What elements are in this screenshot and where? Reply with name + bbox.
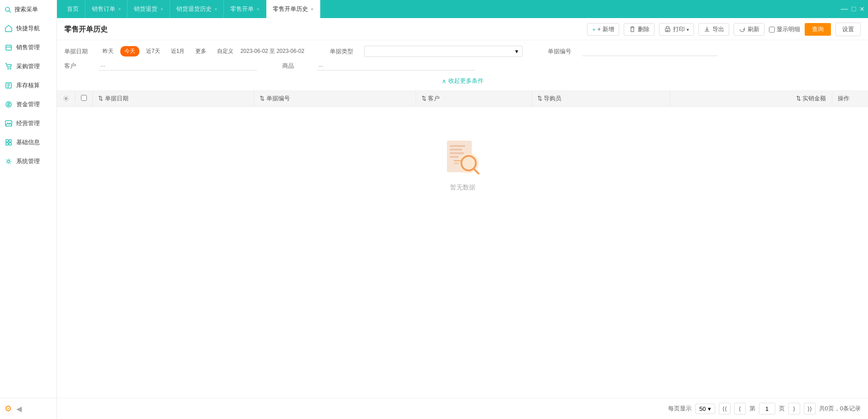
th-customer[interactable]: ⇅ 客户: [416, 91, 531, 107]
home-icon: [5, 24, 13, 33]
th-date[interactable]: ⇅ 单据日期: [93, 91, 254, 107]
tab-retail-open-history[interactable]: 零售开单历史 ×: [266, 0, 320, 18]
th-amount-label: ⇅ 实销金额: [796, 94, 826, 103]
sidebar-item-label: 采购管理: [16, 62, 40, 71]
sidebar-item-operations[interactable]: 经营管理: [0, 114, 57, 133]
last-page-icon: ⟩⟩: [807, 405, 812, 412]
svg-point-12: [8, 160, 10, 163]
main-area: 首页 销售订单 × 销货退货 × 销货退货历史 × 零售开单 × 零售开单历史 …: [57, 0, 868, 419]
date-btn-yesterday[interactable]: 昨天: [99, 46, 118, 56]
tab-sales-order-close[interactable]: ×: [118, 6, 121, 12]
tab-home[interactable]: 首页: [61, 0, 85, 18]
goods-filter-input[interactable]: [318, 62, 473, 69]
purchase-icon: [5, 62, 13, 71]
select-all-checkbox[interactable]: [81, 95, 87, 101]
th-guide[interactable]: ⇅ 导购员: [531, 91, 670, 107]
customer-filter-label: 客户: [64, 62, 91, 70]
th-operation: 操作: [832, 91, 868, 107]
print-dropdown-icon: ▾: [687, 27, 689, 32]
sidebar-item-purchase-mgmt[interactable]: 采购管理: [0, 57, 57, 76]
th-operation-label: 操作: [838, 95, 849, 102]
sidebar-item-system-mgmt[interactable]: 系统管理: [0, 152, 57, 171]
finance-icon: [5, 100, 13, 108]
svg-point-0: [5, 7, 9, 11]
display-detail-checkbox[interactable]: [769, 27, 775, 33]
date-btn-today[interactable]: 今天: [120, 46, 139, 56]
sidebar-item-label: 销售管理: [16, 43, 40, 52]
date-btn-1month[interactable]: 近1月: [167, 46, 189, 56]
customer-filter-input[interactable]: [100, 62, 255, 69]
maximize-btn[interactable]: □: [852, 5, 856, 13]
type-filter-label: 单据类型: [330, 47, 357, 56]
settings-bottom-icon[interactable]: ⚙: [5, 404, 12, 414]
sidebar-item-quick-nav[interactable]: 快捷导航: [0, 19, 57, 38]
empty-illustration: [438, 134, 488, 184]
tab-retail-open-history-close[interactable]: ×: [311, 6, 313, 12]
system-icon: [5, 157, 13, 165]
page-title: 零售开单历史: [64, 25, 108, 34]
tab-retail-open-close[interactable]: ×: [256, 6, 259, 12]
empty-text: 暂无数据: [450, 184, 475, 192]
sidebar-item-label: 基础信息: [16, 138, 40, 146]
collapse-sidebar-icon[interactable]: ◀: [16, 405, 22, 413]
tab-retail-open-history-label: 零售开单历史: [273, 5, 308, 13]
sidebar-search[interactable]: 搜索采单: [0, 0, 57, 19]
tab-sales-order[interactable]: 销售订单 ×: [85, 0, 128, 18]
svg-line-1: [9, 11, 11, 13]
per-page-select[interactable]: 50 ▾: [695, 404, 715, 414]
page-header: 零售开单历史 + + 新增 删除: [57, 18, 868, 40]
sidebar-item-label: 快捷导航: [16, 24, 40, 33]
date-btn-7days[interactable]: 近7天: [142, 46, 164, 56]
sidebar-item-sales-mgmt[interactable]: 销售管理: [0, 38, 57, 57]
sidebar-item-basic-info[interactable]: 基础信息: [0, 133, 57, 152]
svg-rect-16: [450, 145, 465, 147]
tab-retail-open-label: 零售开单: [230, 5, 254, 13]
tabs-bar: 首页 销售订单 × 销货退货 × 销货退货历史 × 零售开单 × 零售开单历史 …: [57, 0, 868, 18]
number-filter-input[interactable]: [584, 48, 716, 55]
table-container: ⇅ 单据日期 ⇅ 单据编号 ⇅ 客户: [57, 91, 868, 398]
goods-filter-input-container[interactable]: [317, 61, 475, 71]
close-btn[interactable]: ×: [859, 5, 864, 14]
table-settings-icon[interactable]: [62, 95, 70, 102]
add-button[interactable]: + + 新增: [587, 23, 619, 36]
number-filter-input-container[interactable]: [582, 47, 718, 56]
tab-sales-return-close[interactable]: ×: [160, 6, 163, 12]
collapse-button[interactable]: ∧ 收起更多条件: [440, 75, 485, 87]
type-filter-select[interactable]: ▾: [364, 46, 522, 57]
query-button[interactable]: 查询: [805, 23, 831, 36]
th-amount[interactable]: ⇅ 实销金额: [670, 91, 832, 107]
prev-page-btn[interactable]: ⟨: [734, 403, 746, 414]
date-btn-more[interactable]: 更多: [191, 46, 210, 56]
th-settings[interactable]: [57, 91, 76, 107]
tab-retail-open[interactable]: 零售开单 ×: [224, 0, 266, 18]
display-detail-toggle[interactable]: 显示明细: [769, 25, 800, 33]
th-number[interactable]: ⇅ 单据编号: [254, 91, 416, 107]
tab-sales-return-history-close[interactable]: ×: [214, 6, 217, 12]
sidebar-item-finance[interactable]: 资金管理: [0, 95, 57, 114]
date-btn-custom[interactable]: 自定义: [213, 46, 237, 56]
refresh-icon: [739, 26, 746, 33]
svg-rect-11: [9, 143, 11, 145]
first-page-btn[interactable]: ⟨⟨: [719, 403, 730, 414]
last-page-btn[interactable]: ⟩⟩: [804, 403, 816, 414]
number-filter-label: 单据编号: [548, 47, 575, 56]
svg-rect-8: [6, 140, 8, 142]
settings-button[interactable]: 设置: [835, 23, 861, 36]
tab-home-label: 首页: [67, 5, 79, 13]
sidebar: 搜索采单 快捷导航 销售管理 采购管理: [0, 0, 57, 419]
print-icon: [664, 26, 671, 33]
customer-filter-input-container[interactable]: [99, 61, 257, 71]
th-guide-label: ⇅ 导购员: [537, 94, 562, 103]
page-number-input[interactable]: [759, 403, 775, 414]
tab-sales-return-history[interactable]: 销货退货历史 ×: [170, 0, 224, 18]
next-page-btn[interactable]: ⟩: [788, 403, 800, 414]
minimize-btn[interactable]: —: [841, 5, 848, 13]
refresh-button[interactable]: 刷新: [734, 23, 764, 36]
total-info: 共0页，0条记录: [819, 405, 861, 413]
sidebar-item-inventory[interactable]: 库存核算: [0, 76, 57, 95]
print-button[interactable]: 打印 ▾: [659, 23, 694, 36]
tab-sales-return[interactable]: 销货退货 ×: [128, 0, 170, 18]
delete-button[interactable]: 删除: [624, 23, 655, 36]
th-number-label: ⇅ 单据编号: [260, 94, 290, 103]
export-button[interactable]: 导出: [698, 23, 729, 36]
